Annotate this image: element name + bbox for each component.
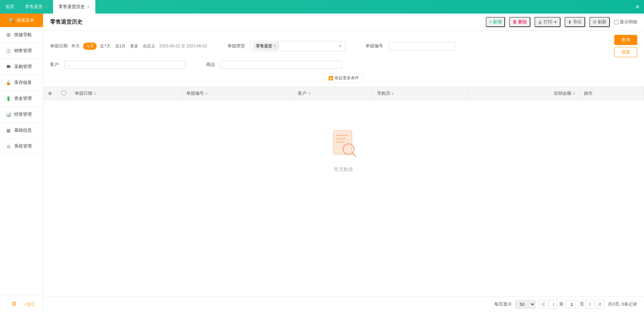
settings-col-icon: ⚙: [48, 91, 52, 96]
filter-row-2: 客户 ... 商品 ...: [50, 61, 637, 69]
goods-placeholder: ...: [223, 62, 227, 67]
print-label: 打印: [544, 19, 552, 25]
sidebar-item-system[interactable]: ◎ 系统管理: [0, 138, 43, 154]
sidebar-nav: ⊞ 快捷导航 ◫ 销售管理 ⛟ 采购管理 🔒 库存核算 💲 资金管理 📊 经营: [0, 27, 43, 295]
next-page-button[interactable]: ⟩: [586, 300, 594, 309]
sidebar-item-purchase-label: 采购管理: [14, 64, 32, 70]
col-doc-date-sort: ⇅: [93, 92, 96, 95]
col-checkbox[interactable]: [57, 87, 70, 100]
sidebar-item-inventory-label: 库存核算: [14, 80, 32, 86]
svg-rect-3: [336, 141, 344, 143]
first-page-button[interactable]: ⟨⟨: [539, 300, 548, 309]
page-title: 零售退货历史: [50, 19, 82, 26]
tab-retail-return-history[interactable]: 零售退货历史 ✕: [53, 0, 95, 14]
page-nav: ⟨⟨ ⟨ 第 页 ⟩ ⟩⟩: [539, 300, 604, 309]
doc-type-tag: 零售退货 ✕: [254, 43, 279, 50]
sidebar-item-finance[interactable]: 💲 资金管理: [0, 91, 43, 107]
sidebar-item-system-label: 系统管理: [14, 143, 32, 149]
search-icon: 🔍: [9, 18, 15, 23]
show-detail-checkbox-label[interactable]: 显示明细: [614, 19, 637, 25]
svg-line-5: [352, 153, 356, 156]
add-button[interactable]: + 新增: [486, 17, 505, 27]
col-doc-number-label: 单据编号: [186, 91, 204, 96]
query-set-buttons: 查询 设置: [614, 35, 637, 57]
customer-filter-label: 客户: [50, 62, 59, 68]
export-button[interactable]: ⬆ 导出: [565, 17, 585, 27]
tab-retail-return-history-label: 零售退货历史: [58, 4, 85, 10]
collapse-filter-button[interactable]: 🔼 收起更多条件: [324, 73, 363, 83]
col-operation: 操作: [579, 87, 644, 100]
sidebar-item-basic-info-label: 基础信息: [14, 127, 32, 133]
per-page-select[interactable]: 10 20 50 100: [515, 300, 535, 309]
doc-number-input[interactable]: [388, 42, 456, 50]
tab-retail-return-history-close[interactable]: ✕: [87, 5, 90, 9]
window-close-button[interactable]: ✕: [630, 4, 644, 10]
date-yesterday[interactable]: 昨天: [70, 43, 81, 50]
per-page-label: 每页显示: [494, 301, 512, 307]
sidebar-item-operations[interactable]: 📊 经营管理: [0, 107, 43, 122]
print-button[interactable]: 🖨 打印 ▼: [534, 17, 560, 27]
header-actions: + 新增 🗑 删除 🖨 打印 ▼ ⬆ 导出 ↺ 刷新 显示明细: [486, 17, 637, 27]
doc-type-tag-remove[interactable]: ✕: [273, 44, 277, 48]
settings-gear-icon[interactable]: ⚙: [10, 300, 18, 308]
sidebar-search-button[interactable]: 🔍 搜索菜单: [0, 14, 43, 27]
print-icon: 🖨: [538, 20, 542, 25]
date-last7[interactable]: 近7天: [99, 43, 112, 50]
tab-retail-return-close[interactable]: ✕: [45, 5, 48, 9]
data-table: ⚙ 单据日期 ⇅ 单据编号 ⇅: [43, 87, 644, 200]
system-icon: ◎: [5, 143, 11, 149]
volume-icon[interactable]: ◁◁: [25, 300, 33, 308]
page-number-input[interactable]: [565, 300, 578, 308]
col-actual-amount[interactable]: 实销金额 ⇅: [468, 87, 579, 100]
col-customer[interactable]: 客户 ⇅: [294, 87, 373, 100]
customer-filter: 客户 ...: [50, 61, 186, 69]
tab-retail-return[interactable]: 零售退货 ✕: [20, 0, 53, 14]
doc-type-dropdown-icon: ▼: [338, 44, 342, 48]
export-icon: ⬆: [568, 20, 572, 25]
svg-rect-2: [336, 138, 346, 139]
date-filter: 单据日期 昨天 今天 近7天 近1月 更多 自定义 2023-06-02 至 2…: [50, 43, 207, 50]
col-doc-date[interactable]: 单据日期 ⇅: [70, 87, 182, 100]
sidebar-item-sales[interactable]: ◫ 销售管理: [0, 43, 43, 59]
prev-page-button[interactable]: ⟨: [549, 300, 558, 309]
sidebar: 🔍 搜索菜单 ⊞ 快捷导航 ◫ 销售管理 ⛟ 采购管理 🔒 库存核算 💲 资: [0, 14, 43, 312]
delete-button[interactable]: 🗑 删除: [509, 17, 530, 27]
operations-icon: 📊: [5, 111, 11, 117]
tab-retail-return-label: 零售退货: [25, 4, 43, 10]
sidebar-item-finance-label: 资金管理: [14, 95, 32, 102]
table-body: 暂无数据: [43, 100, 644, 200]
doc-type-select[interactable]: 零售退货 ✕ ▼: [251, 41, 345, 51]
date-more[interactable]: 更多: [129, 43, 140, 50]
empty-state-text: 暂无数据: [334, 166, 353, 173]
tab-home[interactable]: 首页: [0, 0, 20, 14]
col-guide[interactable]: 导购员 ⇅: [373, 87, 468, 100]
refresh-button[interactable]: ↺ 刷新: [589, 17, 610, 27]
select-all-checkbox[interactable]: [62, 91, 66, 95]
top-bar: 首页 零售退货 ✕ 零售退货历史 ✕ ✕: [0, 0, 644, 14]
sidebar-item-purchase[interactable]: ⛟ 采购管理: [0, 59, 43, 75]
show-detail-checkbox[interactable]: [614, 20, 618, 24]
empty-state: 暂无数据: [43, 100, 644, 200]
goods-select[interactable]: ...: [220, 61, 342, 69]
last-page-button[interactable]: ⟩⟩: [596, 300, 604, 309]
date-custom[interactable]: 自定义: [142, 43, 157, 50]
sidebar-item-inventory[interactable]: 🔒 库存核算: [0, 75, 43, 91]
date-filter-label: 单据日期: [50, 43, 68, 49]
doc-type-filter: 单据类型 零售退货 ✕ ▼: [228, 41, 345, 51]
col-settings[interactable]: ⚙: [43, 87, 57, 100]
print-dropdown-icon: ▼: [554, 20, 557, 24]
date-today[interactable]: 今天: [83, 43, 97, 50]
sidebar-item-quick-nav[interactable]: ⊞ 快捷导航: [0, 27, 43, 43]
customer-select[interactable]: ...: [64, 61, 186, 69]
col-customer-label: 客户: [298, 91, 307, 96]
page-header: 零售退货历史 + 新增 🗑 删除 🖨 打印 ▼ ⬆ 导出 ↺ 刷新: [43, 14, 644, 31]
query-button[interactable]: 查询: [614, 35, 637, 45]
date-last-month[interactable]: 近1月: [114, 43, 127, 50]
tab-list: 首页 零售退货 ✕ 零售退货历史 ✕: [0, 0, 630, 14]
inventory-icon: 🔒: [5, 80, 11, 86]
sidebar-item-basic-info[interactable]: ▦ 基础信息: [0, 122, 43, 138]
table-header-row: ⚙ 单据日期 ⇅ 单据编号 ⇅: [43, 87, 644, 100]
empty-state-icon: [327, 127, 360, 161]
col-doc-number[interactable]: 单据编号 ⇅: [182, 87, 293, 100]
set-button[interactable]: 设置: [614, 47, 637, 57]
